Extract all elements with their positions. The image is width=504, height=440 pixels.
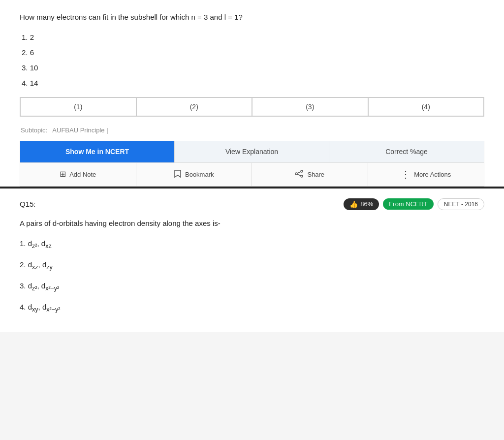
share-button[interactable]: Share — [252, 163, 368, 186]
secondary-action-row: ⊞ Add Note Bookmark — [20, 163, 484, 187]
q15-opt3-part2: d — [41, 282, 45, 290]
add-note-label: Add Note — [69, 171, 96, 178]
add-note-icon: ⊞ — [60, 170, 66, 178]
q14-option-1[interactable]: 1. 2 — [20, 33, 484, 41]
answer-cell-3[interactable]: (3) — [252, 97, 368, 116]
exam-badge-label: NEET - 2016 — [444, 201, 478, 208]
likes-pct: 86% — [360, 200, 373, 208]
q15-header: Q15: 👍 86% From NCERT NEET - 2016 — [20, 198, 484, 210]
q15-opt1-part2: d — [41, 239, 45, 248]
view-explanation-button[interactable]: View Explanation — [175, 141, 329, 162]
more-actions-button[interactable]: ⋮ More Actions — [368, 163, 484, 186]
q15-opt3-sub2: x²−y² — [45, 285, 59, 292]
q15-opt2-sep: , — [38, 260, 42, 269]
q15-opt2-label: 2. — [20, 260, 28, 269]
svg-point-2 — [295, 173, 297, 175]
q15-opt2-sub2: zy — [46, 264, 53, 271]
page-container: How many electrons can fit in the subshe… — [0, 0, 504, 332]
correct-age-button[interactable]: Correct %age — [329, 141, 484, 162]
q15-opt4-label: 4. — [20, 303, 28, 311]
bookmark-icon — [174, 169, 182, 180]
answer-cell-1[interactable]: (1) — [20, 97, 136, 116]
q15-option-1[interactable]: 1. dz², dxz — [20, 238, 484, 251]
answer-cell-2[interactable]: (2) — [136, 97, 252, 116]
answer-cell-4[interactable]: (4) — [368, 97, 484, 116]
show-ncert-label: Show Me in NCERT — [65, 148, 129, 156]
subtopic: Subtopic: AUFBAU Principle | — [20, 126, 484, 134]
answer-grid: (1) (2) (3) (4) — [20, 97, 484, 117]
q15-question-text: A pairs of d-orbitals having electron de… — [20, 218, 484, 229]
more-actions-icon: ⋮ — [401, 169, 410, 179]
q15-option-3[interactable]: 3. dz², dx²−y² — [20, 280, 484, 293]
correct-age-label: Correct %age — [385, 148, 428, 156]
subtopic-label: Subtopic: — [21, 126, 47, 134]
share-icon — [295, 170, 304, 179]
q15-option-2[interactable]: 2. dxz, dzy — [20, 259, 484, 272]
more-actions-label: More Actions — [414, 171, 451, 178]
q15-opt1-sep: , — [37, 239, 41, 248]
share-label: Share — [307, 171, 324, 178]
bookmark-button[interactable]: Bookmark — [136, 163, 252, 186]
q14-option-4[interactable]: 4. 14 — [20, 79, 484, 87]
thumbs-up-icon: 👍 — [349, 200, 358, 208]
q15-opt1-label: 1. — [20, 239, 28, 248]
q15-opt4-part2: d — [42, 303, 46, 311]
q15-opt1-part1: d — [28, 239, 32, 248]
add-note-button[interactable]: ⊞ Add Note — [20, 163, 136, 186]
q15-number: Q15: — [20, 200, 36, 208]
likes-badge: 👍 86% — [344, 198, 379, 210]
svg-point-0 — [301, 170, 303, 172]
q15-option-4[interactable]: 4. dxy, dx²−y² — [20, 301, 484, 314]
q15-opt4-part1: d — [28, 303, 32, 311]
q15-opt2-part1: d — [28, 260, 32, 269]
subtopic-value: AUFBAU Principle | — [52, 126, 108, 134]
q15-opt4-sub2: x²−y² — [46, 306, 60, 313]
q14-option-2[interactable]: 2. 6 — [20, 48, 484, 57]
q15-opt3-sub1: z² — [32, 285, 37, 292]
show-ncert-button[interactable]: Show Me in NCERT — [20, 141, 175, 162]
q15-opt4-sub1: xy — [32, 306, 38, 313]
view-explanation-label: View Explanation — [225, 148, 278, 156]
q15-badges: 👍 86% From NCERT NEET - 2016 — [344, 198, 484, 210]
q15-opt2-sub1: xz — [32, 264, 38, 271]
svg-line-4 — [297, 174, 301, 176]
svg-point-1 — [301, 175, 303, 177]
q15-opt1-sub1: z² — [32, 243, 37, 250]
q15-block: Q15: 👍 86% From NCERT NEET - 2016 A pair… — [0, 189, 504, 333]
q14-question-text: How many electrons can fit in the subshe… — [20, 12, 484, 23]
q15-opt1-sub2: xz — [45, 243, 52, 250]
ncert-badge: From NCERT — [383, 198, 433, 210]
q14-option-3[interactable]: 3. 10 — [20, 63, 484, 72]
q15-opt3-sep: , — [37, 282, 41, 290]
q15-opt2-part2: d — [42, 260, 46, 269]
ncert-badge-label: From NCERT — [389, 200, 427, 208]
bookmark-label: Bookmark — [185, 171, 214, 178]
q15-opt3-label: 3. — [20, 282, 28, 290]
svg-line-3 — [297, 172, 301, 173]
q15-opt4-sep: , — [38, 303, 42, 311]
exam-badge: NEET - 2016 — [438, 198, 484, 210]
q15-opt3-part1: d — [28, 282, 32, 290]
q14-block: How many electrons can fit in the subshe… — [0, 0, 504, 187]
action-row: Show Me in NCERT View Explanation Correc… — [20, 141, 484, 163]
